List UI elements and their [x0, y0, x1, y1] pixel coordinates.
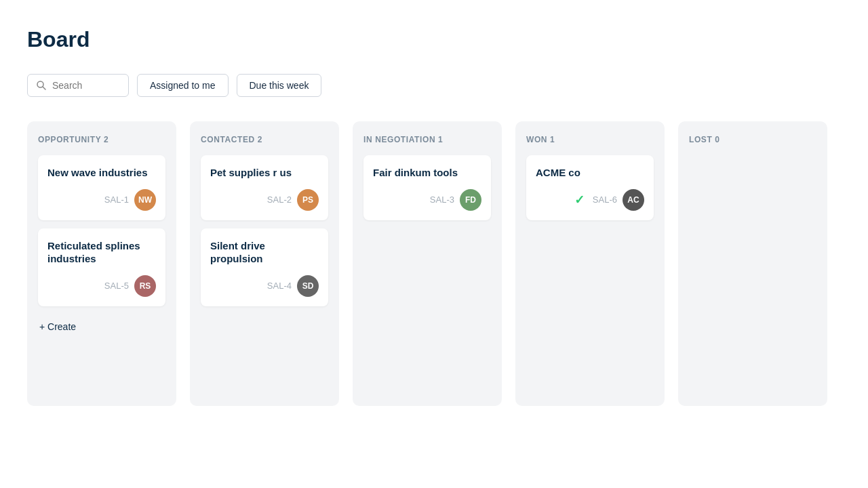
avatar: PS: [297, 189, 319, 211]
card[interactable]: Pet supplies r usSAL-2PS: [201, 155, 328, 220]
due-this-week-button[interactable]: Due this week: [237, 74, 322, 97]
card[interactable]: Silent drive propulsionSAL-4SD: [201, 228, 328, 306]
card-footer: SAL-4SD: [210, 275, 319, 297]
svg-line-1: [43, 87, 45, 89]
create-button[interactable]: + Create: [38, 317, 165, 336]
column-header-won: WON 1: [526, 135, 654, 147]
toolbar: Assigned to me Due this week: [27, 74, 841, 97]
card-id: SAL-5: [104, 281, 129, 291]
search-box[interactable]: [27, 74, 129, 97]
column-in-negotiation: IN NEGOTIATION 1Fair dinkum toolsSAL-3FD: [353, 121, 502, 406]
card-id: SAL-3: [430, 195, 454, 205]
avatar: RS: [134, 275, 156, 297]
card-title: Pet supplies r us: [210, 166, 319, 180]
search-icon: [36, 80, 47, 91]
search-input[interactable]: [52, 80, 120, 91]
avatar: AC: [623, 189, 644, 211]
avatar: NW: [134, 189, 156, 211]
column-won: WON 1ACME co✓SAL-6AC: [515, 121, 665, 406]
board: OPPORTUNITY 2New wave industriesSAL-1NWR…: [27, 121, 841, 406]
card-title: Fair dinkum tools: [373, 166, 481, 180]
avatar: SD: [297, 275, 319, 297]
avatar: FD: [460, 189, 481, 211]
page-title: Board: [27, 27, 841, 52]
card-title: New wave industries: [47, 166, 156, 180]
card-footer: SAL-2PS: [210, 189, 319, 211]
won-check-icon: ✓: [574, 192, 585, 207]
card-title: Silent drive propulsion: [210, 239, 319, 266]
card-title: ACME co: [536, 166, 644, 180]
card[interactable]: New wave industriesSAL-1NW: [38, 155, 165, 220]
column-lost: LOST 0: [678, 121, 827, 406]
card-title: Reticulated splines industries: [47, 239, 156, 266]
card[interactable]: ACME co✓SAL-6AC: [526, 155, 654, 220]
card[interactable]: Reticulated splines industriesSAL-5RS: [38, 228, 165, 306]
card-id: SAL-4: [267, 281, 292, 291]
card[interactable]: Fair dinkum toolsSAL-3FD: [363, 155, 491, 220]
card-id: SAL-2: [267, 195, 292, 205]
column-header-in-negotiation: IN NEGOTIATION 1: [363, 135, 491, 147]
column-contacted: CONTACTED 2Pet supplies r usSAL-2PSSilen…: [190, 121, 339, 406]
card-footer: SAL-3FD: [373, 189, 481, 211]
card-footer: SAL-1NW: [47, 189, 156, 211]
column-header-contacted: CONTACTED 2: [201, 135, 328, 147]
card-id: SAL-1: [104, 195, 129, 205]
column-header-lost: LOST 0: [689, 135, 816, 147]
column-header-opportunity: OPPORTUNITY 2: [38, 135, 165, 147]
card-id: SAL-6: [593, 195, 617, 205]
card-footer: SAL-5RS: [47, 275, 156, 297]
column-opportunity: OPPORTUNITY 2New wave industriesSAL-1NWR…: [27, 121, 176, 406]
card-footer: ✓SAL-6AC: [536, 189, 644, 211]
assigned-to-me-button[interactable]: Assigned to me: [137, 74, 229, 97]
